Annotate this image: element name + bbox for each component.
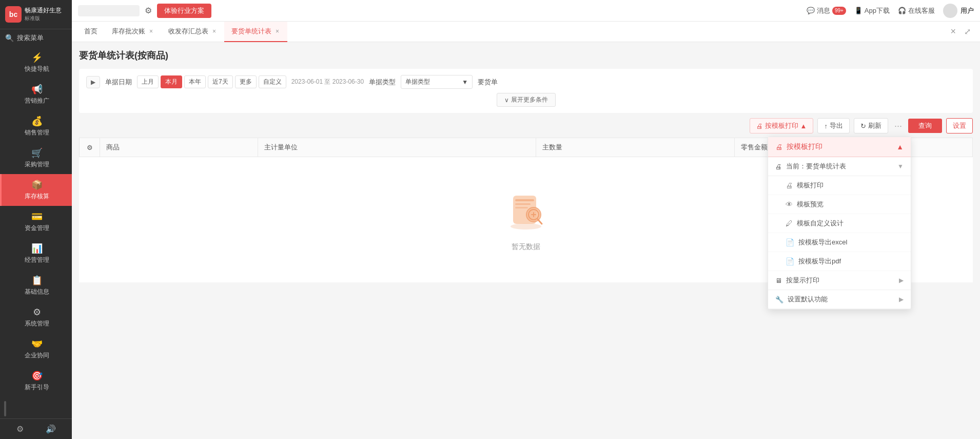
date-current-month[interactable]: 本月 [161,75,182,88]
more-dots-btn[interactable]: ··· [892,121,904,131]
date-last7[interactable]: 近7天 [208,75,233,88]
current-template-icon: 🖨 [775,163,782,170]
sidebar-item-enterprise[interactable]: 🤝 企业协同 [0,333,72,365]
tab-order-stats[interactable]: 要货单统计表 × [224,22,287,42]
sidebar-item-sales[interactable]: 💰 销售管理 [0,110,72,142]
collapse-icon: ▲ [896,143,904,151]
current-template-arrow: ▼ [897,163,904,170]
tab-batch-account[interactable]: 库存批次账 × [105,22,161,42]
sidebar-item-guide[interactable]: 🎯 新手引导 [0,365,72,397]
sidebar-item-basic[interactable]: 📋 基础信息 [0,270,72,301]
trial-button[interactable]: 体验行业方案 [157,4,211,18]
filter-expand-btn[interactable]: ▶ [86,76,100,88]
print-template-btn[interactable]: 🖨 按模板打印 ▲ [750,118,814,133]
inventory-icon: 📦 [31,179,43,190]
sidebar-logo: bc 畅康通好生意 标准版 [0,0,72,29]
topbar-gear-icon[interactable]: ⚙ [145,6,152,15]
print-arrow-icon: ▲ [800,122,807,130]
svg-rect-3 [515,203,531,205]
query-btn[interactable]: 查询 [908,119,942,133]
expand-more-icon: ∨ [504,97,509,104]
printer-icon: 🖨 [756,122,763,130]
sidebar-search[interactable]: 🔍 搜索菜单 [0,29,72,47]
tab-receipt-summary[interactable]: 收发存汇总表 × [161,22,224,42]
page-title: 要货单统计表(按商品) [79,49,973,62]
sidebar-item-system[interactable]: ⚙ 系统管理 [0,301,72,333]
col-product: 商品 [100,138,258,157]
tab-home[interactable]: 首页 [77,22,105,42]
settings-btn[interactable]: 设置 [946,118,973,133]
sidebar-item-marketing[interactable]: 📢 营销推广 [0,79,72,110]
dropdown-display-print[interactable]: 🖥 按显示打印 ▶ [768,271,911,290]
dropdown-item-template-design[interactable]: 🖊 模板自定义设计 [768,214,911,233]
topbar-search-input[interactable] [78,5,140,16]
system-icon: ⚙ [33,307,41,318]
sidebar-item-apps[interactable]: 🔲 应用中心 [0,397,72,401]
msg-icon: 💬 [807,7,815,14]
expand-more-btn[interactable]: ∨ 展开更多条件 [497,93,556,107]
date-custom[interactable]: 自定义 [259,75,286,88]
display-print-icon: 🖥 [775,277,782,284]
page-content: 要货单统计表(按商品) ▶ 单据日期 上月 本月 本年 近7天 更多 [72,42,980,439]
dropdown-item-export-excel[interactable]: 📄 按模板导出excel [768,233,911,252]
speaker-footer-icon[interactable]: 🔊 [46,424,56,434]
date-group: 上月 本月 本年 近7天 更多 自定义 [137,75,286,88]
marketing-icon: 📢 [31,84,43,95]
order-type-label: 单据类型 [369,78,396,87]
export-excel-icon: 📄 [786,238,794,246]
topbar: ⚙ 体验行业方案 💬 消息 99+ 📱 App下载 🎧 在线客服 用户 [72,0,980,22]
dropdown-item-export-pdf[interactable]: 📄 按模板导出pdf [768,252,911,271]
date-current-year[interactable]: 本年 [184,75,206,88]
window-expand-btn[interactable]: ⤢ [960,27,975,36]
export-btn[interactable]: ↑ 导出 [817,118,850,133]
dropdown-item-template-preview[interactable]: 👁 模板预览 [768,195,911,214]
refresh-icon: ↻ [860,122,866,130]
topbar-online-service[interactable]: 🎧 在线客服 [898,6,935,15]
tab-close-receipt[interactable]: × [211,27,217,36]
sidebar-item-inventory[interactable]: 📦 库存核算 [0,174,72,206]
set-default-left: 🔧 设置默认功能 [775,295,828,304]
search-icon: 🔍 [5,34,14,42]
tabbar: 首页 库存批次账 × 收发存汇总表 × 要货单统计表 × × ⤢ [72,22,980,42]
date-range: 2023-06-01 至 2023-06-30 [291,78,364,86]
main-content: ⚙ 体验行业方案 💬 消息 99+ 📱 App下载 🎧 在线客服 用户 [72,0,980,439]
current-template-item[interactable]: 🖨 当前：要货单统计表 ▼ [768,157,911,176]
print-dropdown-header[interactable]: 🖨 按模板打印 ▲ [768,137,911,157]
tab-close-batch[interactable]: × [148,27,154,36]
topbar-user[interactable]: 用户 [943,4,974,18]
display-print-left: 🖥 按显示打印 [775,276,819,285]
sidebar-item-purchase[interactable]: 🛒 采购管理 [0,142,72,174]
tab-close-order[interactable]: × [275,27,280,36]
col-unit: 主计量单位 [258,138,536,157]
template-design-icon: 🖊 [786,219,793,227]
date-prev-month[interactable]: 上月 [137,75,159,88]
print-dropdown-header-left: 🖨 按模板打印 [775,142,822,151]
date-more[interactable]: 更多 [235,75,257,88]
avatar [943,4,957,18]
operation-icon: 📊 [31,243,43,254]
basic-icon: 📋 [31,275,43,286]
svg-point-0 [511,223,541,230]
enterprise-icon: 🤝 [31,338,43,350]
order-type-select[interactable]: 单据类型 ▼ [401,75,473,89]
print-dropdown: 🖨 按模板打印 ▲ 🖨 当前：要货单统计表 ▼ 🖨 [768,137,911,310]
sidebar-item-operation[interactable]: 📊 经营管理 [0,238,72,270]
order-info-label: 要货单 [478,78,498,87]
guide-icon: 🎯 [31,370,43,381]
template-preview-icon: 👁 [786,200,793,208]
col-gear[interactable]: ⚙ [80,138,100,157]
sidebar-item-finance[interactable]: 💳 资金管理 [0,206,72,238]
topbar-app-download[interactable]: 📱 App下载 [854,6,890,15]
set-default-arrow: ▶ [899,296,904,303]
export-icon: ↑ [824,122,828,130]
empty-text: 暂无数据 [512,242,540,252]
dropdown-item-template-print[interactable]: 🖨 模板打印 [768,176,911,195]
dropdown-set-default[interactable]: 🔧 设置默认功能 ▶ [768,290,911,309]
select-arrow-icon: ▼ [462,79,468,86]
refresh-btn[interactable]: ↻ 刷新 [854,118,888,133]
topbar-msg[interactable]: 💬 消息 99+ [807,6,846,15]
date-label: 单据日期 [105,78,132,87]
settings-footer-icon[interactable]: ⚙ [16,424,24,434]
sidebar-item-quick-nav[interactable]: ⚡ 快捷导航 [0,47,72,79]
window-close-btn[interactable]: × [946,26,960,37]
